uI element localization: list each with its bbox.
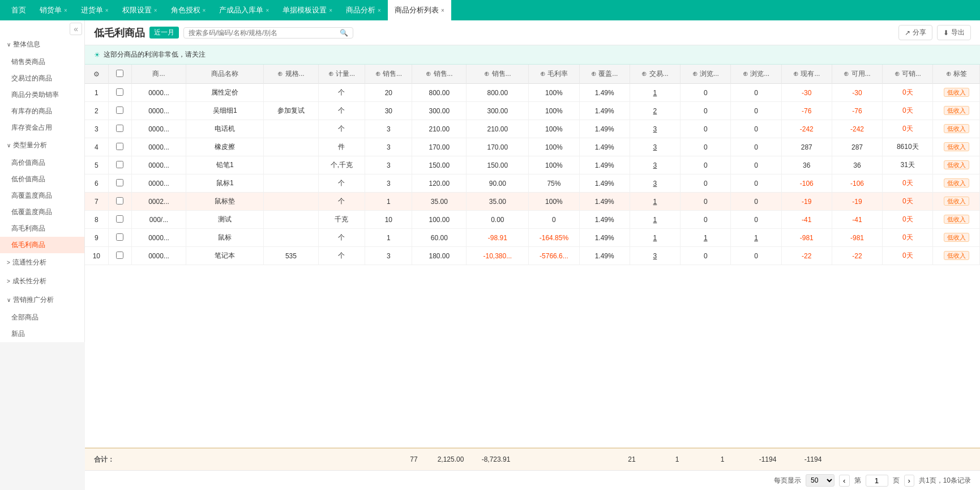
sidebar-group-营销推广分析[interactable]: ∨营销推广分析 <box>0 291 84 309</box>
stock-val-5-15: -106 <box>850 180 864 188</box>
share-button[interactable]: ↗ 分享 <box>898 25 932 40</box>
cell-5-7: 120.00 <box>412 174 467 193</box>
cell-6-0: 7 <box>85 193 108 211</box>
row-checkbox-6[interactable] <box>116 197 123 204</box>
row-checkbox-1[interactable] <box>116 106 123 114</box>
row-checkbox-5[interactable] <box>116 179 123 186</box>
nav-item-单据模板设置[interactable]: 单据模板设置 × <box>276 0 339 20</box>
column-header-3[interactable]: 商品名称 <box>186 65 264 84</box>
sidebar-item-全部商品[interactable]: 全部商品 <box>0 309 84 326</box>
sidebar-group-成长性分析[interactable]: >成长性分析 <box>0 272 84 291</box>
cell-5-6: 3 <box>365 174 412 193</box>
sidebar-item-销售类商品[interactable]: 销售类商品 <box>0 54 84 70</box>
close-icon[interactable]: × <box>329 7 332 14</box>
search-input[interactable] <box>189 29 340 37</box>
close-icon[interactable]: × <box>266 7 269 14</box>
close-icon[interactable]: × <box>441 7 444 14</box>
column-header-4[interactable]: ⊕ 规格... <box>264 65 318 84</box>
row-checkbox-8[interactable] <box>116 233 123 241</box>
sidebar-item-低毛利商品[interactable]: 低毛利商品 <box>0 237 84 253</box>
view-count-9-11[interactable]: 3 <box>653 252 657 260</box>
column-header-2[interactable]: 商... <box>131 65 186 84</box>
nav-item-销货单[interactable]: 销货单 × <box>33 0 74 20</box>
sidebar-group-类型量分析[interactable]: ∨类型量分析 <box>0 136 84 155</box>
nav-item-首页[interactable]: 首页 <box>5 0 33 20</box>
close-icon[interactable]: × <box>378 7 381 14</box>
row-checkbox-4[interactable] <box>116 161 123 168</box>
nav-item-商品分析[interactable]: 商品分析 × <box>339 0 388 20</box>
close-icon[interactable]: × <box>203 7 206 14</box>
date-badge[interactable]: 近一月 <box>149 27 179 39</box>
sidebar-group-整体信息[interactable]: ∨整体信息 <box>0 35 84 54</box>
view-count-1-11[interactable]: 2 <box>653 107 657 115</box>
sidebar-item-高价值商品[interactable]: 高价值商品 <box>0 155 84 171</box>
row-checkbox-0[interactable] <box>116 88 123 96</box>
column-header-10[interactable]: ⊕ 覆盖... <box>579 65 630 84</box>
row-checkbox-9[interactable] <box>116 252 123 259</box>
table-row: 50000...铅笔1个,千克3150.00150.00100%1.49%300… <box>85 156 980 174</box>
select-all-checkbox[interactable] <box>116 70 123 77</box>
column-header-17[interactable]: ⊕ 标签 <box>933 65 980 84</box>
sidebar-item-新品[interactable]: 新品 <box>0 326 84 342</box>
search-box[interactable]: 🔍 <box>183 27 353 39</box>
view-count-5-11[interactable]: 3 <box>653 180 657 188</box>
cell-7-3: 测试 <box>186 211 264 229</box>
nav-item-产成品入库单[interactable]: 产成品入库单 × <box>212 0 276 20</box>
sidebar-item-高毛利商品[interactable]: 高毛利商品 <box>0 220 84 237</box>
sidebar-item-有库存的商品[interactable]: 有库存的商品 <box>0 103 84 120</box>
view-count-3-11[interactable]: 3 <box>653 143 657 151</box>
column-header-16[interactable]: ⊕ 可销... <box>883 65 933 84</box>
column-header-15[interactable]: ⊕ 可用... <box>832 65 882 84</box>
sidebar-item-高覆盖度商品[interactable]: 高覆盖度商品 <box>0 188 84 204</box>
cell-4-6: 3 <box>365 156 412 174</box>
footer-available: -1194 <box>790 453 836 466</box>
view-count-2-11[interactable]: 3 <box>653 125 657 133</box>
column-header-14[interactable]: ⊕ 现有... <box>781 65 832 84</box>
column-header-6[interactable]: ⊕ 销售... <box>365 65 412 84</box>
row-checkbox-7[interactable] <box>116 215 123 223</box>
view-count-0-11[interactable]: 1 <box>653 89 657 97</box>
next-page-button[interactable]: › <box>904 475 914 487</box>
column-header-7[interactable]: ⊕ 销售... <box>412 65 467 84</box>
column-header-9[interactable]: ⊕ 毛利率 <box>529 65 579 84</box>
footer-sale-amount: -8,723.91 <box>473 453 519 466</box>
chevron-icon: > <box>7 259 10 266</box>
nav-item-进货单[interactable]: 进货单 × <box>74 0 115 20</box>
sidebar-group-流通性分析[interactable]: >流通性分析 <box>0 253 84 272</box>
view-count-4-11[interactable]: 3 <box>653 161 657 169</box>
row-checkbox-3[interactable] <box>116 143 123 150</box>
tag-badge-3: 低收入 <box>944 142 969 151</box>
view-count-6-11[interactable]: 1 <box>653 198 657 206</box>
settings-icon[interactable]: ⚙ <box>93 70 100 78</box>
view-count-7-11[interactable]: 1 <box>653 216 657 224</box>
close-icon[interactable]: × <box>64 7 67 14</box>
column-header-12[interactable]: ⊕ 浏览... <box>681 65 731 84</box>
sidebar-item-低覆盖度商品[interactable]: 低覆盖度商品 <box>0 204 84 220</box>
sidebar-item-低价值商品[interactable]: 低价值商品 <box>0 171 84 188</box>
export-button[interactable]: ⬇ 导出 <box>937 25 971 40</box>
view-count-4-13: 0 <box>754 161 758 169</box>
nav-item-商品分析列表[interactable]: 商品分析列表 × <box>388 0 451 20</box>
sidebar-item-交易过的商品[interactable]: 交易过的商品 <box>0 70 84 87</box>
close-icon[interactable]: × <box>154 7 157 14</box>
prev-page-button[interactable]: ‹ <box>839 475 849 487</box>
view-count-8-11[interactable]: 1 <box>653 234 657 242</box>
view-count-8-13[interactable]: 1 <box>754 234 758 242</box>
column-header-8[interactable]: ⊕ 销售... <box>467 65 529 84</box>
sidebar-collapse-button[interactable]: « <box>70 23 82 35</box>
row-checkbox-2[interactable] <box>116 125 123 132</box>
cell-8-10: 1.49% <box>579 229 630 247</box>
per-page-select[interactable]: 50 20 100 <box>806 474 835 487</box>
sidebar-item-库存资金占用[interactable]: 库存资金占用 <box>0 120 84 136</box>
column-header-5[interactable]: ⊕ 计量... <box>318 65 365 84</box>
page-number-input[interactable] <box>866 475 888 487</box>
sidebar-item-商品分类助销率[interactable]: 商品分类助销率 <box>0 87 84 103</box>
nav-item-角色授权[interactable]: 角色授权 × <box>164 0 213 20</box>
page-suffix: 页 <box>893 476 900 485</box>
nav-item-权限设置[interactable]: 权限设置 × <box>115 0 164 20</box>
close-icon[interactable]: × <box>105 7 109 14</box>
tag-badge-1: 低收入 <box>944 106 969 115</box>
column-header-11[interactable]: ⊕ 交易... <box>630 65 680 84</box>
view-count-8-12[interactable]: 1 <box>704 234 708 242</box>
column-header-13[interactable]: ⊕ 浏览... <box>731 65 781 84</box>
